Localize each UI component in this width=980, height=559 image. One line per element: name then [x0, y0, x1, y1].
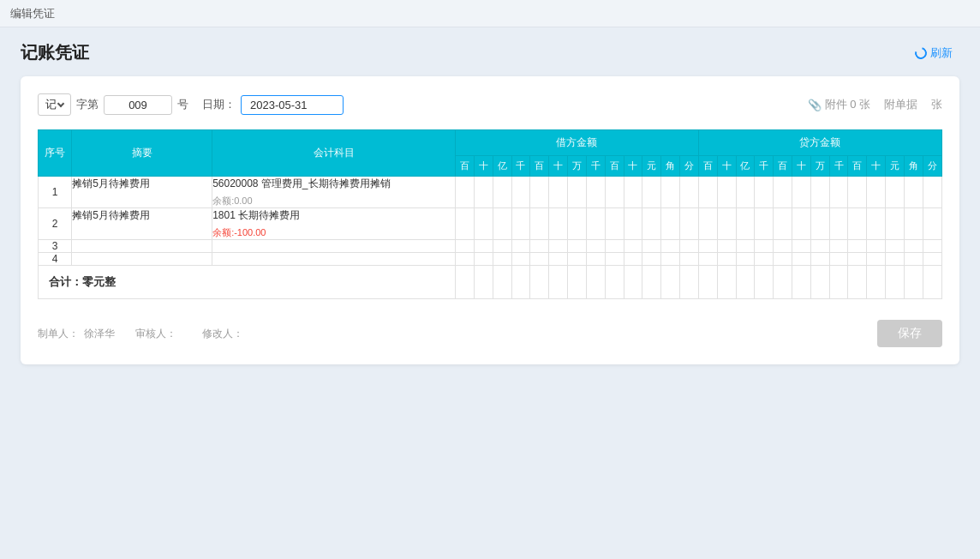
credit-cell-r2-c6[interactable] — [792, 208, 810, 240]
attachment-link[interactable]: 📎 附件 0 张 — [808, 97, 870, 112]
credit-cell-r3-c11[interactable] — [886, 240, 905, 253]
debit-cell-r1-c8[interactable] — [586, 177, 605, 208]
debit-cell-r3-c4[interactable] — [511, 240, 530, 253]
credit-cell-r2-c4[interactable] — [755, 208, 774, 240]
debit-cell-r2-c1[interactable] — [456, 208, 475, 240]
debit-cell-r3-c6[interactable] — [549, 240, 568, 253]
debit-cell-r2-c5[interactable] — [530, 208, 549, 240]
credit-cell-r4-c4[interactable] — [755, 253, 774, 266]
credit-cell-r3-c10[interactable] — [867, 240, 886, 253]
debit-cell-r1-c1[interactable] — [456, 177, 475, 208]
credit-cell-r2-c11[interactable] — [886, 208, 905, 240]
debit-cell-r1-c13[interactable] — [680, 177, 699, 208]
credit-cell-r2-c2[interactable] — [717, 208, 736, 240]
debit-cell-r2-c11[interactable] — [642, 208, 661, 240]
debit-cell-r1-c11[interactable] — [642, 177, 661, 208]
credit-cell-r3-c1[interactable] — [698, 240, 717, 253]
debit-cell-r4-c11[interactable] — [642, 253, 661, 266]
cell-account-4[interactable] — [212, 253, 456, 266]
debit-cell-r3-c3[interactable] — [493, 240, 511, 253]
debit-cell-r4-c9[interactable] — [605, 253, 624, 266]
credit-cell-r1-c7[interactable] — [810, 177, 829, 208]
debit-cell-r3-c5[interactable] — [530, 240, 549, 253]
debit-cell-r1-c10[interactable] — [624, 177, 642, 208]
cell-summary-3[interactable] — [72, 240, 212, 253]
credit-cell-r3-c7[interactable] — [810, 240, 829, 253]
credit-cell-r3-c5[interactable] — [774, 240, 792, 253]
debit-cell-r3-c1[interactable] — [456, 240, 475, 253]
debit-cell-r2-c4[interactable] — [511, 208, 530, 240]
debit-cell-r2-c6[interactable] — [549, 208, 568, 240]
credit-cell-r1-c2[interactable] — [717, 177, 736, 208]
credit-cell-r2-c1[interactable] — [698, 208, 717, 240]
credit-cell-r3-c2[interactable] — [717, 240, 736, 253]
debit-cell-r3-c10[interactable] — [624, 240, 642, 253]
debit-cell-r4-c3[interactable] — [493, 253, 511, 266]
credit-cell-r2-c12[interactable] — [904, 208, 923, 240]
credit-cell-r1-c8[interactable] — [829, 177, 848, 208]
debit-cell-r2-c10[interactable] — [624, 208, 642, 240]
debit-cell-r1-c7[interactable] — [568, 177, 587, 208]
credit-cell-r2-c7[interactable] — [810, 208, 829, 240]
debit-cell-r3-c11[interactable] — [642, 240, 661, 253]
date-input[interactable] — [241, 95, 344, 115]
debit-cell-r2-c2[interactable] — [474, 208, 493, 240]
save-button[interactable]: 保存 — [877, 320, 942, 347]
debit-cell-r4-c2[interactable] — [474, 253, 493, 266]
credit-cell-r4-c8[interactable] — [829, 253, 848, 266]
credit-cell-r4-c3[interactable] — [736, 253, 755, 266]
cell-account-3[interactable] — [212, 240, 456, 253]
credit-cell-r3-c4[interactable] — [755, 240, 774, 253]
credit-cell-r4-c12[interactable] — [904, 253, 923, 266]
credit-cell-r1-c13[interactable] — [923, 177, 941, 208]
credit-cell-r2-c10[interactable] — [867, 208, 886, 240]
credit-cell-r4-c11[interactable] — [886, 253, 905, 266]
table-row[interactable]: 3 — [39, 240, 942, 253]
number-input[interactable] — [104, 95, 172, 115]
credit-cell-r3-c8[interactable] — [829, 240, 848, 253]
debit-cell-r2-c12[interactable] — [661, 208, 680, 240]
credit-cell-r2-c13[interactable] — [923, 208, 941, 240]
table-row[interactable]: 1摊销5月待摊费用56020008 管理费用_长期待摊费用摊销余额:0.00 — [39, 177, 942, 208]
type-select[interactable]: 记 — [38, 93, 71, 116]
refresh-button[interactable]: 刷新 — [908, 42, 959, 64]
credit-cell-r1-c1[interactable] — [698, 177, 717, 208]
debit-cell-r3-c8[interactable] — [586, 240, 605, 253]
credit-cell-r4-c2[interactable] — [717, 253, 736, 266]
debit-cell-r1-c12[interactable] — [661, 177, 680, 208]
cell-summary-4[interactable] — [72, 253, 212, 266]
debit-cell-r2-c8[interactable] — [586, 208, 605, 240]
credit-cell-r2-c8[interactable] — [829, 208, 848, 240]
table-row[interactable]: 2摊销5月待摊费用1801 长期待摊费用余额:-100.00 — [39, 208, 942, 240]
cell-account-2[interactable]: 1801 长期待摊费用余额:-100.00 — [212, 208, 456, 240]
debit-cell-r3-c7[interactable] — [568, 240, 587, 253]
table-row[interactable]: 4 — [39, 253, 942, 266]
debit-cell-r4-c1[interactable] — [456, 253, 475, 266]
debit-cell-r4-c7[interactable] — [568, 253, 587, 266]
cell-summary-1[interactable]: 摊销5月待摊费用 — [72, 177, 212, 208]
credit-cell-r4-c1[interactable] — [698, 253, 717, 266]
credit-cell-r1-c12[interactable] — [904, 177, 923, 208]
credit-cell-r4-c10[interactable] — [867, 253, 886, 266]
debit-cell-r4-c12[interactable] — [661, 253, 680, 266]
debit-cell-r4-c13[interactable] — [680, 253, 699, 266]
credit-cell-r3-c12[interactable] — [904, 240, 923, 253]
debit-cell-r1-c3[interactable] — [493, 177, 511, 208]
debit-cell-r2-c9[interactable] — [605, 208, 624, 240]
credit-cell-r4-c9[interactable] — [848, 253, 867, 266]
cell-summary-2[interactable]: 摊销5月待摊费用 — [72, 208, 212, 240]
credit-cell-r4-c6[interactable] — [792, 253, 810, 266]
credit-cell-r2-c3[interactable] — [736, 208, 755, 240]
debit-cell-r3-c12[interactable] — [661, 240, 680, 253]
debit-cell-r1-c5[interactable] — [530, 177, 549, 208]
debit-cell-r4-c6[interactable] — [549, 253, 568, 266]
credit-cell-r2-c5[interactable] — [774, 208, 792, 240]
credit-cell-r4-c13[interactable] — [923, 253, 941, 266]
debit-cell-r2-c3[interactable] — [493, 208, 511, 240]
cell-account-1[interactable]: 56020008 管理费用_长期待摊费用摊销余额:0.00 — [212, 177, 456, 208]
credit-cell-r3-c13[interactable] — [923, 240, 941, 253]
credit-cell-r1-c6[interactable] — [792, 177, 810, 208]
credit-cell-r4-c5[interactable] — [774, 253, 792, 266]
debit-cell-r4-c10[interactable] — [624, 253, 642, 266]
debit-cell-r3-c9[interactable] — [605, 240, 624, 253]
